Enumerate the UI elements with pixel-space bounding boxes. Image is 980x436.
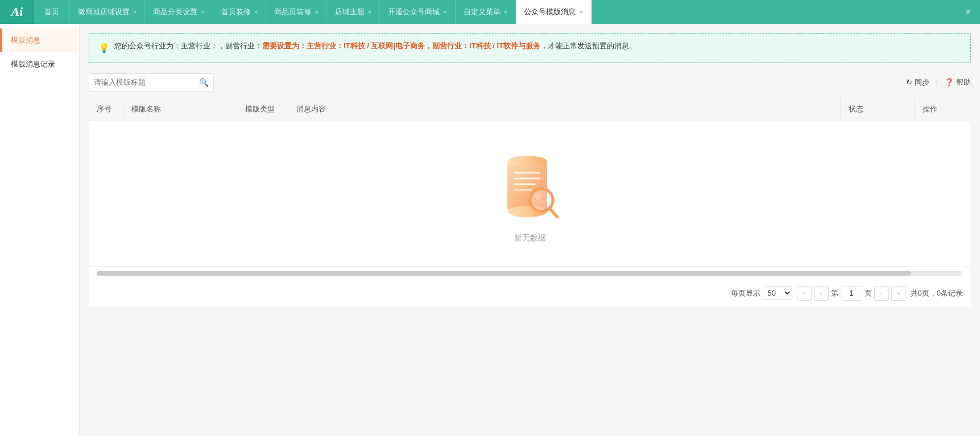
tab-shop-settings[interactable]: 微商城店铺设置 × — [70, 0, 145, 24]
table-container: 序号 模版名称 模版类型 消息内容 状态 — [89, 98, 971, 306]
empty-icon — [496, 155, 564, 223]
last-page-button[interactable]: » — [891, 286, 906, 301]
col-header-content: 消息内容 — [288, 98, 840, 121]
notice-suffix: 才能正常发送预置的消息。 — [548, 41, 636, 50]
tab-homepage-decor[interactable]: 首页装修 × — [213, 0, 266, 24]
tab-custom-menu-label: 自定义菜单 — [464, 7, 501, 17]
search-wrap: 🔍 — [89, 73, 214, 92]
tab-custom-menu-close[interactable]: × — [504, 9, 507, 15]
tab-category-settings-label: 商品分类设置 — [153, 7, 197, 17]
tab-template-message-close[interactable]: × — [579, 9, 582, 15]
svg-line-8 — [549, 208, 557, 217]
tab-shop-settings-label: 微商城店铺设置 — [78, 7, 130, 17]
toolbar-right: ↻ 同步 | ❓ 帮助 — [906, 77, 971, 88]
search-button[interactable]: 🔍 — [199, 78, 209, 87]
tab-open-mall-close[interactable]: × — [443, 9, 446, 15]
tab-shop-theme-label: 店铺主题 — [335, 7, 365, 17]
tab-category-settings-close[interactable]: × — [201, 9, 204, 15]
table-header: 序号 模版名称 模版类型 消息内容 状态 — [89, 98, 971, 121]
bulb-icon: 💡 — [98, 41, 110, 56]
tab-product-decor[interactable]: 商品页装修 × — [266, 0, 326, 24]
prev-page-button[interactable]: ‹ — [814, 286, 829, 301]
search-input[interactable] — [94, 78, 199, 86]
first-page-button[interactable]: « — [797, 286, 812, 301]
tab-product-decor-label: 商品页装修 — [274, 7, 311, 17]
page-number-input[interactable] — [841, 286, 862, 301]
scrollbar-track[interactable] — [97, 271, 963, 276]
tab-custom-menu[interactable]: 自定义菜单 × — [456, 0, 516, 24]
tab-homepage-decor-close[interactable]: × — [254, 9, 258, 15]
notice-highlight: 需要设置为：主营行业：IT科技 / 互联网|电子商务，副营行业：IT科技 / I… — [262, 41, 548, 50]
col-header-index: 序号 — [89, 98, 123, 121]
tab-product-decor-close[interactable]: × — [315, 9, 318, 15]
notice-box: 💡 您的公众号行业为：主营行业：，副营行业：需要设置为：主营行业：IT科技 / … — [89, 33, 971, 63]
sidebar-item-template-msg-log[interactable]: 模版消息记录 — [0, 52, 79, 76]
page-prefix: 第 — [831, 288, 838, 298]
tab-shop-theme-close[interactable]: × — [368, 9, 371, 15]
svg-point-1 — [507, 156, 547, 167]
pagination: 每页显示 10 20 50 100 « ‹ 第 页 › » — [89, 280, 971, 306]
col-header-type: 模版类型 — [237, 98, 288, 121]
empty-illustration — [496, 155, 564, 223]
page-size-select: 每页显示 10 20 50 100 — [731, 286, 792, 300]
logo: Ai — [0, 0, 34, 24]
tab-home[interactable]: 首页 — [34, 0, 70, 24]
toolbar-divider: | — [936, 78, 938, 86]
next-page-button[interactable]: › — [874, 286, 889, 301]
help-button[interactable]: ❓ 帮助 — [945, 77, 971, 88]
col-header-status: 状态 — [840, 98, 914, 121]
page-size-label: 每页显示 — [731, 288, 760, 298]
tab-category-settings[interactable]: 商品分类设置 × — [145, 0, 213, 24]
toolbar: 🔍 ↻ 同步 | ❓ 帮助 — [89, 73, 971, 92]
empty-state: 暂无数据 — [89, 121, 971, 266]
total-info: 共0页，0条记录 — [911, 288, 963, 298]
main-layout: 模版消息 模版消息记录 💡 您的公众号行业为：主营行业：，副营行业：需要设置为：… — [0, 24, 980, 436]
scrollbar-thumb[interactable] — [97, 271, 911, 276]
sync-button[interactable]: ↻ 同步 — [906, 77, 929, 88]
col-header-action: 操作 — [914, 98, 971, 121]
sidebar-item-template-msg-log-label: 模版消息记录 — [11, 60, 55, 68]
tab-homepage-decor-label: 首页装修 — [221, 7, 251, 17]
sidebar-item-template-msg[interactable]: 模版消息 — [0, 28, 79, 52]
notice-text: 您的公众号行业为：主营行业：，副营行业：需要设置为：主营行业：IT科技 / 互联… — [114, 40, 636, 52]
page-suffix: 页 — [865, 288, 872, 298]
content-area: 💡 您的公众号行业为：主营行业：，副营行业：需要设置为：主营行业：IT科技 / … — [80, 24, 980, 436]
tab-open-mall[interactable]: 开通公众号商城 × — [380, 0, 455, 24]
logo-text: Ai — [11, 5, 23, 19]
global-close-button[interactable]: × — [957, 7, 980, 17]
sidebar: 模版消息 模版消息记录 — [0, 24, 80, 436]
tab-template-message[interactable]: 公众号模版消息 × — [516, 0, 591, 24]
top-navigation: Ai 首页 微商城店铺设置 × 商品分类设置 × 首页装修 × 商品页装修 × … — [0, 0, 980, 24]
svg-point-9 — [535, 193, 541, 200]
tab-shop-theme[interactable]: 店铺主题 × — [327, 0, 380, 24]
tab-template-message-label: 公众号模版消息 — [524, 7, 576, 17]
sync-label: 同步 — [915, 77, 929, 88]
sync-icon: ↻ — [906, 78, 912, 86]
tab-home-label: 首页 — [44, 7, 59, 17]
col-header-name: 模版名称 — [123, 98, 237, 121]
page-navigation: « ‹ 第 页 › » — [797, 286, 906, 301]
sidebar-item-template-msg-label: 模版消息 — [11, 36, 40, 44]
scrollbar-wrap — [89, 266, 971, 280]
empty-text: 暂无数据 — [89, 233, 971, 243]
help-icon: ❓ — [945, 78, 954, 86]
page-size-dropdown[interactable]: 10 20 50 100 — [763, 286, 792, 300]
help-label: 帮助 — [956, 77, 971, 88]
data-table: 序号 模版名称 模版类型 消息内容 状态 — [89, 98, 971, 121]
tab-shop-settings-close[interactable]: × — [133, 9, 137, 15]
tab-open-mall-label: 开通公众号商城 — [388, 7, 440, 17]
notice-prefix: 您的公众号行业为：主营行业：，副营行业： — [114, 41, 262, 50]
